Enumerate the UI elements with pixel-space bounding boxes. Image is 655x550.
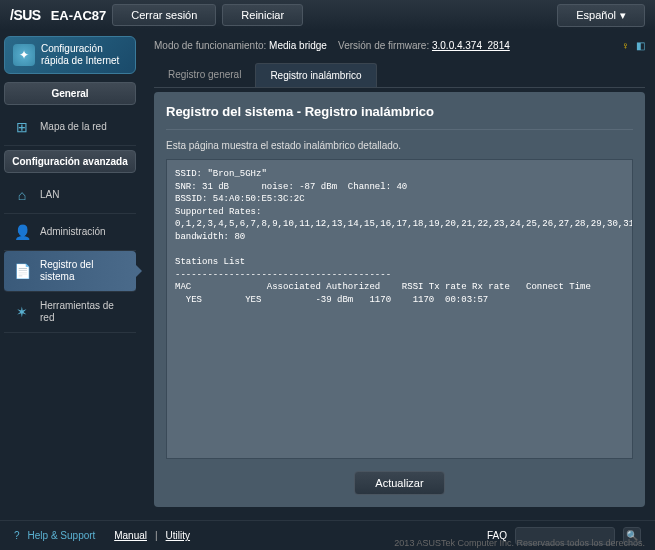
chevron-down-icon: ▾ (620, 9, 626, 22)
lan-label: LAN (40, 189, 59, 201)
wrench-icon: ✦ (13, 44, 35, 66)
language-selector[interactable]: Español ▾ (557, 4, 645, 27)
update-button[interactable]: Actualizar (354, 471, 444, 495)
mode-label: Modo de funcionamiento: (154, 40, 266, 51)
tab-general-log[interactable]: Registro general (154, 63, 255, 87)
header-bar: /SUS EA-AC87 Cerrar sesión Reiniciar Esp… (0, 0, 655, 30)
panel-description: Esta página muestra el estado inalámbric… (166, 140, 633, 151)
bulb-icon[interactable]: ♀ (622, 40, 630, 51)
nettools-label: Herramientas de red (40, 300, 128, 324)
language-label: Español (576, 9, 616, 21)
sidebar-item-admin[interactable]: 👤 Administración (4, 214, 136, 251)
brand-logo: /SUS (10, 7, 41, 23)
top-info-bar: ♀ ◧ Modo de funcionamiento: Media bridge… (154, 36, 645, 55)
sidebar-item-lan[interactable]: ⌂ LAN (4, 177, 136, 214)
help-icon: ? (14, 530, 20, 541)
sidebar: ✦ Configuración rápida de Internet Gener… (0, 30, 140, 520)
utility-link[interactable]: Utility (166, 530, 190, 541)
fw-label: Versión de firmware: (338, 40, 429, 51)
network-icon: ⊞ (12, 117, 32, 137)
tab-bar: Registro general Registro inalámbrico (154, 63, 645, 88)
panel: Registro del sistema - Registro inalámbr… (154, 92, 645, 507)
sidebar-item-network-tools[interactable]: ✶ Herramientas de red (4, 292, 136, 333)
qis-label: Configuración rápida de Internet (41, 43, 127, 67)
document-icon: 📄 (12, 261, 32, 281)
manual-link[interactable]: Manual (114, 530, 147, 541)
tab-wireless-log[interactable]: Registro inalámbrico (255, 63, 376, 87)
network-map-label: Mapa de la red (40, 121, 107, 133)
section-advanced: Configuración avanzada (4, 150, 136, 173)
tools-icon: ✶ (12, 302, 32, 322)
section-general: General (4, 82, 136, 105)
syslog-label: Registro del sistema (40, 259, 128, 283)
separator: | (155, 530, 158, 541)
logout-button[interactable]: Cerrar sesión (112, 4, 216, 26)
status-icon[interactable]: ◧ (636, 40, 645, 51)
reboot-button[interactable]: Reiniciar (222, 4, 303, 26)
admin-label: Administración (40, 226, 106, 238)
model-label: EA-AC87 (51, 8, 107, 23)
mode-value: Media bridge (269, 40, 327, 51)
qis-button[interactable]: ✦ Configuración rápida de Internet (4, 36, 136, 74)
main-content: ♀ ◧ Modo de funcionamiento: Media bridge… (140, 30, 655, 520)
firmware-link[interactable]: 3.0.0.4.374_2814 (432, 40, 510, 51)
panel-title: Registro del sistema - Registro inalámbr… (166, 104, 633, 130)
home-icon: ⌂ (12, 185, 32, 205)
copyright-text: 2013 ASUSTek Computer Inc. Reservados to… (394, 538, 645, 548)
sidebar-item-system-log[interactable]: 📄 Registro del sistema (4, 251, 136, 292)
wireless-log-textarea[interactable] (166, 159, 633, 459)
help-support-link[interactable]: Help & Support (28, 530, 96, 541)
sidebar-item-network-map[interactable]: ⊞ Mapa de la red (4, 109, 136, 146)
user-icon: 👤 (12, 222, 32, 242)
